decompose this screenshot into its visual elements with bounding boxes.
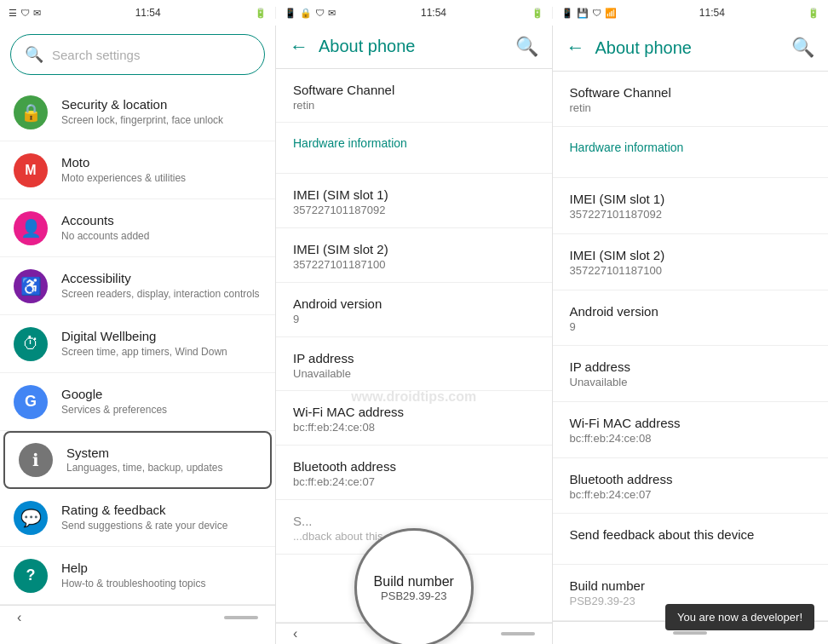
about-item-bt-1[interactable]: Bluetooth address bc:ff:eb:24:ce:07 [276,446,552,500]
nav-pill-center [501,632,535,635]
security-subtitle: Screen lock, fingerprint, face unlock [61,113,262,128]
software-title-1: Software Channel [293,83,535,97]
status-bar-center: 📱 🔒 🛡 ✉ 11:54 🔋 [276,7,552,19]
accessibility-title: Accessibility [61,270,262,287]
icon-sms2: ✉ [328,8,336,19]
icon-lock: 🔒 [300,8,312,19]
hardware-title-1: Hardware information [293,136,535,150]
nav-bottom-left: ‹ [0,605,275,629]
battery-right: 🔋 [808,8,819,19]
settings-item-system[interactable]: ℹ System Languages, time, backup, update… [3,431,272,489]
digitalwellbeing-title: Digital Wellbeing [61,328,262,345]
settings-item-moto[interactable]: M Moto Moto experiences & utilities [0,141,275,199]
ip-subtitle-1: Unavailable [293,367,535,380]
accounts-text: Accounts No accounts added [61,212,262,243]
settings-item-security[interactable]: 🔒 Security & location Screen lock, finge… [0,83,275,141]
accounts-icon: 👤 [14,211,48,245]
google-subtitle: Services & preferences [61,403,262,417]
about-item-wifi-2[interactable]: Wi-Fi MAC address bc:ff:eb:24:ce:08 [553,402,829,458]
accessibility-icon: ♿ [14,269,48,303]
bt-subtitle-2: bc:ff:eb:24:ce:07 [570,488,812,501]
settings-item-digitalwellbeing[interactable]: ⏱ Digital Wellbeing Screen time, app tim… [0,315,275,373]
accessibility-text: Accessibility Screen readers, display, i… [61,270,262,301]
about-item-software-2[interactable]: Software Channel retin [553,72,829,128]
accessibility-subtitle: Screen readers, display, interaction con… [61,287,262,302]
help-icon: ? [14,559,48,593]
imei2-subtitle-2: 357227101187100 [570,264,812,277]
imei1-title-2: IMEI (SIM slot 1) [570,192,812,206]
about-item-ip-1[interactable]: IP address Unavailable [276,337,552,392]
center-status-icons: 📱 🔒 🛡 ✉ [285,8,336,19]
about-item-imei1-1[interactable]: IMEI (SIM slot 1) 357227101187092 [276,174,552,228]
ip-title-1: IP address [293,351,535,365]
icon-sms: ✉ [33,8,41,19]
status-bar: ☰ 🛡 ✉ 11:54 🔋 📱 🔒 🛡 ✉ 11:54 🔋 📱 💾 🛡 📶 11… [0,0,828,26]
system-icon: ℹ [19,443,53,477]
imei2-title-1: IMEI (SIM slot 2) [293,242,535,256]
about-item-android-2[interactable]: Android version 9 [553,290,829,347]
chevron-left-2[interactable]: ‹ [293,626,297,641]
about-item-imei1-2[interactable]: IMEI (SIM slot 1) 357227101187092 [553,178,829,234]
icon-shield: 🛡 [20,8,30,18]
icon-phone2: 📱 [561,8,573,19]
ip-title-2: IP address [570,359,812,374]
software-title-2: Software Channel [570,85,812,100]
battery-left: 🔋 [255,8,267,19]
bt-subtitle-1: bc:ff:eb:24:ce:07 [293,475,535,488]
search-icon-2[interactable]: 🔍 [791,37,814,59]
panel-header-2: ← About phone 🔍 [553,26,829,72]
time-right: 11:54 [699,7,725,19]
moto-text: Moto Moto experiences & utilities [61,154,262,185]
time-left: 11:54 [135,7,161,19]
about-item-ip-2[interactable]: IP address Unavailable [553,346,829,402]
software-subtitle-1: retin [293,99,535,112]
about-item-hardware-2: Hardware information [553,127,829,178]
about-item-wifi-1[interactable]: Wi-Fi MAC address bc:ff:eb:24:ce:08 [276,391,552,446]
icon-shield2: 🛡 [315,8,325,18]
about-item-feedback-2[interactable]: Send feedback about this device [553,514,829,565]
icon-signal: 📶 [605,8,617,19]
imei1-subtitle-1: 357227101187092 [293,204,535,216]
rating-icon: 💬 [14,501,48,535]
settings-item-accounts[interactable]: 👤 Accounts No accounts added [0,199,275,257]
about-item-build-1[interactable]: Build number PSB29.39-23 Build number PS… [276,555,552,623]
imei2-title-2: IMEI (SIM slot 2) [570,248,812,262]
build-circle-value: PSB29.39-23 [381,589,446,602]
chevron-left[interactable]: ‹ [17,610,21,625]
settings-item-rating[interactable]: 💬 Rating & feedback Send suggestions & r… [0,489,275,547]
help-text: Help How-to & troubleshooting topics [61,560,262,590]
android-subtitle-2: 9 [570,320,812,333]
time-center: 11:54 [421,7,446,19]
rating-subtitle: Send suggestions & rate your device [61,519,262,533]
wifi-subtitle-2: bc:ff:eb:24:ce:08 [570,432,812,445]
google-title: Google [61,386,262,403]
build-circle-title: Build number [374,574,454,589]
about-item-android-1[interactable]: Android version 9 [276,283,552,337]
google-icon: G [14,385,48,419]
search-bar[interactable]: 🔍 Search settings [10,34,265,75]
back-icon-1[interactable]: ← [290,36,308,58]
digitalwellbeing-icon: ⏱ [14,327,48,361]
right-status-icons: 📱 💾 🛡 📶 [561,8,617,19]
imei1-subtitle-2: 357227101187092 [570,208,812,221]
back-icon-2[interactable]: ← [566,37,585,59]
panel-title-1: About phone [319,37,505,56]
system-subtitle: Languages, time, backup, updates [66,461,256,475]
settings-item-google[interactable]: G Google Services & preferences [0,373,275,431]
build-title-2: Build number [570,578,812,593]
moto-subtitle: Moto experiences & utilities [61,171,262,186]
status-bar-left: ☰ 🛡 ✉ 11:54 🔋 [0,7,276,19]
feedback-title-1: S... [293,514,535,528]
rating-title: Rating & feedback [61,502,262,519]
rating-text: Rating & feedback Send suggestions & rat… [61,502,262,532]
about-item-imei2-1[interactable]: IMEI (SIM slot 2) 357227101187100 [276,228,552,283]
status-bar-right: 📱 💾 🛡 📶 11:54 🔋 [553,7,828,19]
about-item-software-1[interactable]: Software Channel retin [276,69,552,124]
search-icon-1[interactable]: 🔍 [515,36,538,58]
left-status-icons: ☰ 🛡 ✉ [9,8,41,19]
settings-item-accessibility[interactable]: ♿ Accessibility Screen readers, display,… [0,257,275,315]
settings-item-help[interactable]: ? Help How-to & troubleshooting topics [0,547,275,605]
icon-phone: 📱 [285,8,296,19]
about-item-imei2-2[interactable]: IMEI (SIM slot 2) 357227101187100 [553,234,829,290]
about-item-bt-2[interactable]: Bluetooth address bc:ff:eb:24:ce:07 [553,458,829,515]
